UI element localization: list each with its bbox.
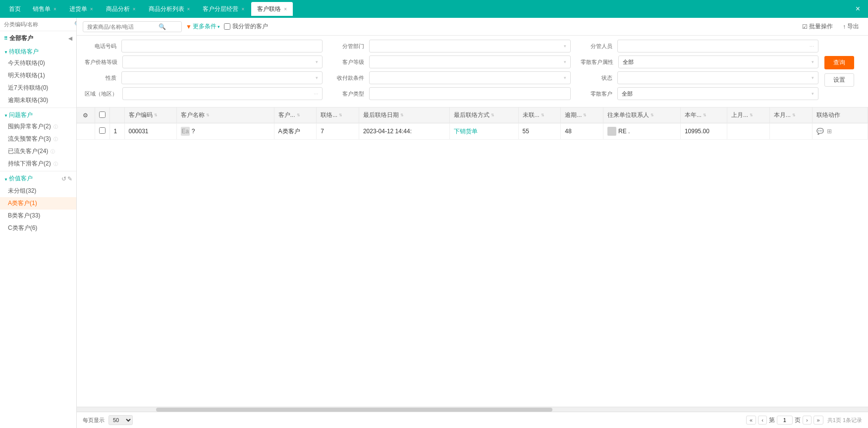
th-unit-contact[interactable]: 往来单位联系人 ⇅: [603, 107, 680, 123]
region-input[interactable]: ···: [122, 87, 323, 100]
close-product-icon[interactable]: ×: [133, 6, 136, 12]
scrollbar-thumb[interactable]: [156, 408, 552, 412]
th-last-month[interactable]: 上月... ⇅: [727, 107, 770, 123]
field-retail-attr: 零散客户属性 全部 ▾: [581, 55, 818, 68]
sidebar-item-today[interactable]: 今天待联络(0): [0, 57, 76, 69]
retail-attr-select[interactable]: 全部 ▾: [618, 55, 818, 68]
sort-last-month-icon[interactable]: ⇅: [750, 113, 753, 117]
sidebar-item-declining[interactable]: 持续下滑客户(2) ⓘ: [0, 158, 76, 170]
sidebar-item-ungrouped[interactable]: 未分组(32): [0, 185, 76, 197]
manager-input[interactable]: ···: [617, 40, 818, 53]
th-code[interactable]: 客户编码 ⇅: [124, 107, 176, 123]
sidebar-item-overdue[interactable]: 逾期未联络(30): [0, 94, 76, 107]
nav-tab-sales[interactable]: 销售单 ×: [27, 2, 62, 16]
th-name[interactable]: 客户名称 ⇅: [176, 107, 274, 123]
sidebar-item-class-b[interactable]: B类客户(33): [0, 210, 76, 222]
sort-overdue-icon[interactable]: ⇅: [583, 113, 587, 117]
group-value-customers-label[interactable]: 价值客户: [4, 174, 60, 183]
first-page-button[interactable]: «: [746, 416, 756, 425]
sidebar-item-class-a[interactable]: A类客户(1): [0, 197, 76, 210]
export-button[interactable]: ↑ 导出: [840, 21, 862, 32]
nature-select[interactable]: ▾: [121, 71, 323, 84]
sidebar-item-churned[interactable]: 已流失客户(24) ⓘ: [0, 145, 76, 158]
nav-tab-product-list[interactable]: 商品分析列表 ×: [143, 2, 196, 16]
chat-icon[interactable]: 💬: [816, 128, 824, 135]
refresh-icon[interactable]: ↺: [61, 175, 66, 182]
mine-checkbox[interactable]: [224, 23, 230, 30]
nav-tab-customer-tier[interactable]: 客户分层经营 ×: [197, 2, 250, 16]
sidebar-item-tomorrow[interactable]: 明天待联络(1): [0, 69, 76, 82]
sort-contacts-icon[interactable]: ⇅: [339, 113, 342, 117]
group-pending-contact[interactable]: 待联络客户: [0, 46, 76, 57]
sort-un-contact-icon[interactable]: ⇅: [541, 113, 544, 117]
td-checkbox[interactable]: [95, 123, 109, 140]
th-un-contact[interactable]: 未联... ⇅: [518, 107, 561, 123]
close-customer-contact-icon[interactable]: ×: [284, 6, 287, 12]
prev-page-button[interactable]: ‹: [758, 416, 767, 425]
nav-tab-purchase[interactable]: 进货单 ×: [63, 2, 99, 16]
th-last-date[interactable]: 最后联络日期 ⇅: [359, 107, 449, 123]
payment-select[interactable]: ▾: [369, 71, 570, 84]
qr-icon[interactable]: ⊞: [827, 128, 832, 135]
sort-level-icon[interactable]: ⇅: [297, 113, 300, 117]
setting-button[interactable]: 设置: [824, 73, 854, 87]
row-checkbox[interactable]: [99, 127, 106, 134]
more-filters-button[interactable]: ▼ 更多条件 ▾: [186, 22, 220, 31]
mine-filter[interactable]: 我分管的客户: [224, 22, 268, 31]
collapse-icon[interactable]: ◀: [68, 36, 72, 41]
th-last-way[interactable]: 最后联络方式 ⇅: [449, 107, 518, 123]
sidebar-item-churn-warning[interactable]: 流失预警客户(3) ⓘ: [0, 133, 76, 145]
sidebar-item-class-c[interactable]: C类客户(6): [0, 222, 76, 234]
th-checkbox[interactable]: [95, 107, 109, 123]
close-customer-tier-icon[interactable]: ×: [241, 6, 244, 12]
page-size-select[interactable]: 50 10 20 100: [108, 415, 133, 425]
page-num-input[interactable]: [777, 416, 793, 425]
batch-op-button[interactable]: ☑ 批量操作: [799, 21, 836, 32]
window-close-button[interactable]: ×: [852, 4, 864, 13]
dept-arrow-icon: ▾: [564, 44, 566, 49]
retail-customer-select[interactable]: 全部 ▾: [617, 87, 818, 100]
sort-code-icon[interactable]: ⇅: [154, 113, 158, 117]
nav-tab-customer-contact[interactable]: 客户联络 ×: [251, 2, 293, 16]
close-sales-icon[interactable]: ×: [54, 6, 56, 12]
all-customers-header[interactable]: ⠿ 全部客户 ◀: [0, 31, 76, 46]
th-gear[interactable]: ⚙: [77, 107, 95, 123]
gear-icon[interactable]: ⚙: [83, 112, 88, 119]
nav-tab-product[interactable]: 商品分析 ×: [100, 2, 142, 16]
sidebar-search-input[interactable]: [4, 21, 72, 27]
customer-type-input[interactable]: [369, 87, 570, 100]
dept-select[interactable]: ▾: [369, 40, 570, 53]
th-this-month[interactable]: 本月... ⇅: [769, 107, 812, 123]
th-level[interactable]: 客户... ⇅: [274, 107, 317, 123]
customer-grade-select[interactable]: ▾: [369, 55, 570, 68]
sort-last-date-icon[interactable]: ⇅: [400, 113, 404, 117]
group-problem-customers[interactable]: 问题客户: [0, 109, 76, 120]
td-last-way[interactable]: 下销货单: [449, 123, 518, 140]
price-grade-select[interactable]: ▾: [122, 55, 323, 68]
sort-unit-contact-icon[interactable]: ⇅: [651, 113, 654, 117]
th-overdue[interactable]: 逾期... ⇅: [561, 107, 603, 123]
sort-last-way-icon[interactable]: ⇅: [491, 113, 494, 117]
th-this-year[interactable]: 本年... ⇅: [680, 107, 727, 123]
nav-home[interactable]: 首页: [4, 5, 26, 13]
status-select[interactable]: ▾: [617, 71, 818, 84]
select-all-checkbox[interactable]: [99, 111, 106, 118]
next-page-button[interactable]: ›: [803, 416, 812, 425]
th-contacts[interactable]: 联络... ⇅: [317, 107, 359, 123]
close-product-list-icon[interactable]: ×: [187, 6, 190, 12]
phone-input[interactable]: [121, 40, 323, 53]
filter-search-input[interactable]: [87, 24, 157, 30]
filter-search-box[interactable]: 🔍: [83, 21, 182, 32]
last-page-button[interactable]: »: [814, 416, 823, 425]
edit-group-icon[interactable]: ✎: [67, 175, 72, 182]
sort-this-month-icon[interactable]: ⇅: [792, 113, 796, 117]
sort-this-year-icon[interactable]: ⇅: [703, 113, 706, 117]
sidebar-item-7days[interactable]: 近7天待联络(0): [0, 82, 76, 94]
horizontal-scrollbar[interactable]: [77, 407, 868, 412]
query-button[interactable]: 查询: [824, 56, 854, 69]
last-way-link[interactable]: 下销货单: [454, 128, 478, 135]
sidebar-item-abnormal[interactable]: 囤购异常客户(2) ⓘ: [0, 120, 76, 133]
sort-name-icon[interactable]: ⇅: [206, 113, 210, 117]
filter-search-icon[interactable]: 🔍: [159, 23, 166, 30]
close-purchase-icon[interactable]: ×: [90, 6, 93, 12]
